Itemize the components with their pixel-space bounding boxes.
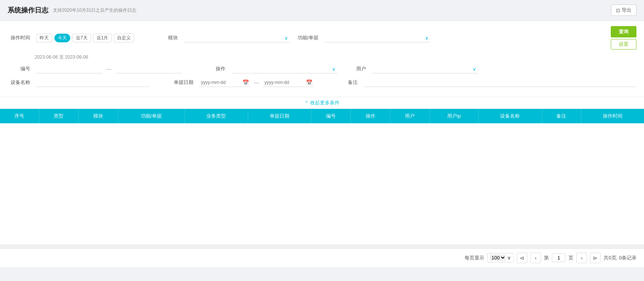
- function-label: 功能/单据: [296, 34, 318, 41]
- operation-select-wrapper: ∨: [232, 64, 337, 73]
- time-btn-today[interactable]: 今天: [54, 34, 70, 42]
- time-label: 操作时间: [8, 34, 30, 41]
- page-first-button[interactable]: ⊲: [517, 253, 527, 263]
- number-range: —: [36, 64, 182, 73]
- remark-label: 备注: [335, 79, 358, 86]
- number-dash: —: [104, 66, 114, 72]
- filter-panel: 操作时间 昨天 今天 近7天 近1月 自定义 模块 ∨ 功能/单据 ∨ 查询: [0, 21, 644, 97]
- per-page-select[interactable]: 100 10 20 50 200: [490, 255, 506, 261]
- page-label: 第: [544, 255, 549, 261]
- collapse-bar[interactable]: ⌃ 收起更多条件: [0, 97, 644, 109]
- export-icon: ⊡: [616, 8, 620, 13]
- module-select[interactable]: [184, 33, 290, 42]
- page-header: 系统操作日志 支持2020年10月31日之后产生的操作日志 ⊡ 导出: [0, 0, 644, 21]
- export-button[interactable]: ⊡ 导出: [611, 5, 636, 16]
- settings-button[interactable]: 设置: [611, 39, 636, 50]
- table-header: 序号 类型 模块 功能/单据 业务类型 单据日期 编号 操作 用户 用户ip 设…: [0, 109, 644, 123]
- device-label: 设备名称: [8, 79, 30, 86]
- col-function: 功能/单据: [118, 109, 184, 123]
- time-buttons: 昨天 今天 近7天 近1月 自定义: [36, 34, 134, 42]
- number-input1-wrapper: [36, 64, 103, 73]
- table-wrapper: 序号 类型 模块 功能/单据 业务类型 单据日期 编号 操作 用户 用户ip 设…: [0, 109, 644, 245]
- page-input[interactable]: [552, 253, 565, 262]
- page-title: 系统操作日志: [8, 6, 48, 15]
- device-input[interactable]: [36, 78, 150, 87]
- calendar-from-icon[interactable]: 📅: [241, 79, 250, 85]
- remark-input[interactable]: [364, 78, 636, 87]
- col-type: 类型: [39, 109, 78, 123]
- date-from-input[interactable]: [199, 78, 241, 87]
- page-next-button[interactable]: ›: [576, 253, 587, 263]
- per-page-label: 每页显示: [465, 255, 484, 261]
- device-input-wrapper: [36, 78, 150, 87]
- col-operation: 操作: [351, 109, 390, 123]
- collapse-up-icon: ⌃: [304, 100, 309, 106]
- date-from-wrapper: 📅: [199, 78, 250, 87]
- time-range-display: 2023-06-06 至 2023-06-06: [33, 54, 636, 61]
- page-last-button[interactable]: ⊳: [590, 253, 601, 263]
- per-page-chevron-icon: ∨: [507, 255, 511, 261]
- col-business-type: 业务类型: [185, 109, 248, 123]
- time-btn-custom[interactable]: 自定义: [114, 34, 134, 42]
- function-select[interactable]: [324, 33, 430, 42]
- header-left: 系统操作日志 支持2020年10月31日之后产生的操作日志: [8, 6, 136, 15]
- number-input2-wrapper: [115, 64, 182, 73]
- number-input1[interactable]: [36, 64, 103, 73]
- table-body: [0, 123, 644, 244]
- col-time: 操作时间: [581, 109, 644, 123]
- date-to-input[interactable]: [263, 78, 304, 87]
- per-page-select-wrapper[interactable]: 100 10 20 50 200 ∨: [487, 253, 514, 262]
- empty-row: [0, 123, 644, 244]
- col-module: 模块: [79, 109, 118, 123]
- query-button[interactable]: 查询: [611, 26, 636, 37]
- collapse-label: 收起更多条件: [310, 99, 340, 106]
- remark-input-wrapper: [364, 78, 636, 87]
- date-label: 单据日期: [171, 79, 193, 86]
- col-remark: 备注: [542, 109, 581, 123]
- date-to-wrapper: 📅: [263, 78, 314, 87]
- page-prev-button[interactable]: ‹: [530, 253, 541, 263]
- export-label: 导出: [622, 7, 632, 14]
- filter-actions: 查询 设置: [611, 26, 636, 50]
- number-input2[interactable]: [115, 64, 182, 73]
- user-select-wrapper: ∨: [372, 64, 478, 73]
- user-label: 用户: [343, 65, 366, 72]
- number-label: 编号: [8, 65, 30, 72]
- col-user: 用户: [390, 109, 429, 123]
- page-total: 共0页, 0条记录: [604, 255, 636, 261]
- col-number: 编号: [311, 109, 351, 123]
- header-row: 序号 类型 模块 功能/单据 业务类型 单据日期 编号 操作 用户 用户ip 设…: [0, 109, 644, 123]
- date-range: 📅 — 📅: [199, 78, 314, 87]
- time-range-text: 2023-06-06 至 2023-06-06: [35, 54, 88, 60]
- scrollbar-inner: [0, 245, 644, 248]
- filter-row-2: 编号 — 操作 ∨ 用户 ∨: [8, 64, 636, 73]
- page-subtitle: 支持2020年10月31日之后产生的操作日志: [53, 7, 136, 14]
- data-table: 序号 类型 模块 功能/单据 业务类型 单据日期 编号 操作 用户 用户ip 设…: [0, 109, 644, 245]
- pagination-bar: 每页显示 100 10 20 50 200 ∨ ⊲ ‹ 第 页 › ⊳ 共0页,…: [0, 248, 644, 267]
- time-btn-1month[interactable]: 近1月: [93, 34, 112, 42]
- page-end-label: 页: [568, 255, 573, 261]
- time-btn-7days[interactable]: 近7天: [73, 34, 91, 42]
- time-btn-yesterday[interactable]: 昨天: [36, 34, 52, 42]
- calendar-to-icon[interactable]: 📅: [304, 79, 314, 85]
- module-label: 模块: [155, 34, 178, 41]
- operation-label: 操作: [203, 65, 225, 72]
- col-index: 序号: [0, 109, 39, 123]
- user-select[interactable]: [372, 64, 478, 73]
- filter-row-3: 设备名称 单据日期 📅 — 📅 备注: [8, 78, 636, 87]
- filter-row-1: 操作时间 昨天 今天 近7天 近1月 自定义 模块 ∨ 功能/单据 ∨ 查询: [8, 26, 636, 50]
- function-select-wrapper: ∨: [324, 33, 430, 42]
- col-device: 设备名称: [478, 109, 542, 123]
- scrollbar-area[interactable]: [0, 245, 644, 248]
- empty-cell: [0, 123, 644, 244]
- date-dash: —: [252, 80, 261, 85]
- module-select-wrapper: ∨: [184, 33, 290, 42]
- operation-select[interactable]: [232, 64, 337, 73]
- col-date: 单据日期: [248, 109, 311, 123]
- col-user-ip: 用户ip: [429, 109, 478, 123]
